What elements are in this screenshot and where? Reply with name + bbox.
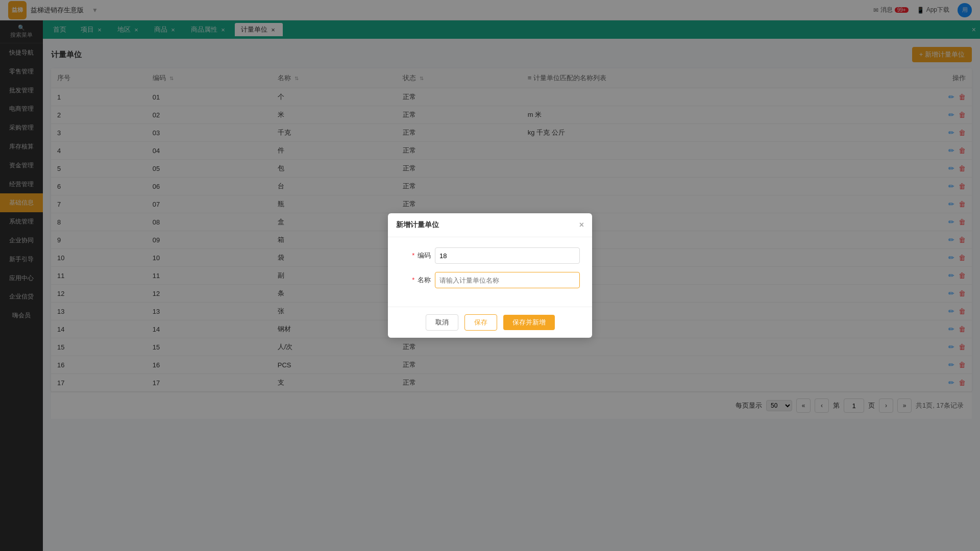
cancel-button[interactable]: 取消 (426, 314, 458, 331)
modal-close-btn[interactable]: × (579, 221, 584, 229)
modal-header: 新增计量单位 × (388, 213, 592, 237)
name-required: * (412, 276, 414, 284)
modal-overlay[interactable]: 新增计量单位 × * 编码 * 名称 取消 保存 保存并新增 (0, 0, 980, 551)
save-new-button[interactable]: 保存并新增 (503, 315, 555, 330)
modal-title: 新增计量单位 (396, 220, 439, 230)
form-row-code: * 编码 (400, 247, 580, 264)
add-unit-modal: 新增计量单位 × * 编码 * 名称 取消 保存 保存并新增 (388, 213, 592, 338)
code-input[interactable] (435, 247, 580, 264)
name-label: * 名称 (400, 276, 431, 285)
save-button[interactable]: 保存 (464, 314, 497, 331)
modal-footer: 取消 保存 保存并新增 (388, 307, 592, 338)
code-label: * 编码 (400, 251, 431, 260)
form-row-name: * 名称 (400, 272, 580, 288)
name-input[interactable] (435, 272, 580, 288)
code-required: * (412, 252, 414, 259)
modal-body: * 编码 * 名称 (388, 237, 592, 307)
